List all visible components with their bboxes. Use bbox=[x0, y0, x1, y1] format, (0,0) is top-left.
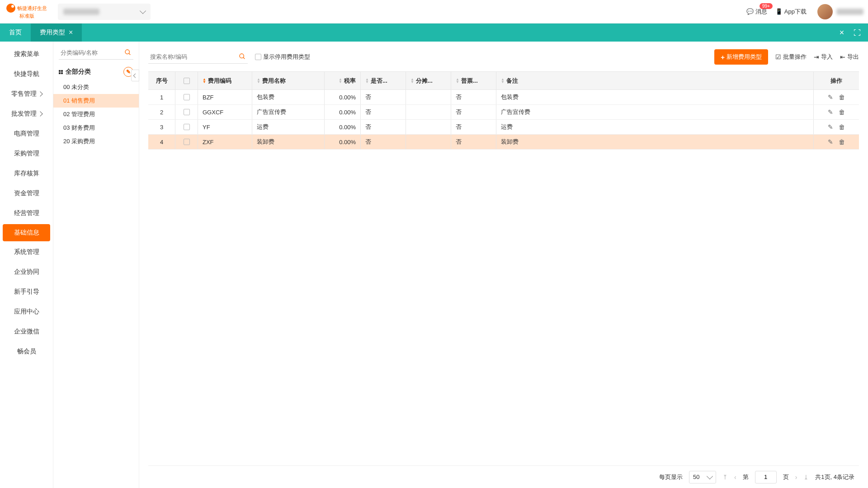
row-delete-button[interactable]: 🗑 bbox=[839, 108, 845, 116]
show-disabled-checkbox[interactable]: 显示停用费用类型 bbox=[255, 53, 310, 61]
tab-fee-type[interactable]: 费用类型 × bbox=[31, 23, 82, 42]
cell-checkbox[interactable] bbox=[175, 135, 198, 149]
toolbar: 显示停用费用类型 + 新增费用类型 ☑ 批量操作 ⇥ 导入 ⇤ 导出 bbox=[148, 48, 859, 66]
sidebar-item-label: 搜索菜单 bbox=[14, 50, 39, 58]
page-prev-button[interactable]: ‹ bbox=[734, 474, 736, 481]
sidebar-item[interactable]: 新手引导 bbox=[0, 282, 53, 302]
messages-button[interactable]: 💬 消息 99+ bbox=[746, 8, 767, 16]
per-page-select[interactable]: 50 bbox=[689, 471, 716, 483]
cell-ops: ✎🗑 bbox=[814, 90, 859, 104]
row-edit-button[interactable]: ✎ bbox=[828, 94, 833, 101]
th-share[interactable]: ▲▼是否... bbox=[361, 72, 406, 89]
sidebar-item[interactable]: 系统管理 bbox=[0, 242, 53, 262]
th-remark[interactable]: ▲▼备注 bbox=[496, 72, 814, 89]
sidebar-item[interactable]: 经营管理 bbox=[0, 203, 53, 223]
chevron-down-icon bbox=[707, 473, 713, 479]
sort-icon: ▲▼ bbox=[203, 78, 206, 84]
cell-name: 包装费 bbox=[252, 90, 325, 104]
table-row[interactable]: 3YF运费0.00%否否运费✎🗑 bbox=[148, 120, 859, 135]
tab-close-icon[interactable]: × bbox=[69, 29, 73, 36]
cell-checkbox[interactable] bbox=[175, 90, 198, 104]
org-switcher[interactable] bbox=[58, 4, 151, 20]
add-fee-type-button[interactable]: + 新增费用类型 bbox=[714, 49, 768, 65]
category-search-input[interactable] bbox=[59, 46, 133, 60]
sidebar-item[interactable]: 畅会员 bbox=[0, 342, 53, 361]
sidebar: 搜索菜单快捷导航零售管理批发管理电商管理采购管理库存核算资金管理经营管理基础信息… bbox=[0, 42, 53, 488]
table-row[interactable]: 4ZXF装卸费0.00%否否装卸费✎🗑 bbox=[148, 135, 859, 150]
cell-code: BZF bbox=[198, 90, 252, 104]
row-delete-button[interactable]: 🗑 bbox=[839, 123, 845, 131]
row-edit-button[interactable]: ✎ bbox=[828, 138, 833, 145]
app-download-button[interactable]: 📱 App下载 bbox=[775, 8, 807, 16]
sidebar-item[interactable]: 基础信息 bbox=[3, 224, 50, 241]
sidebar-item[interactable]: 零售管理 bbox=[0, 84, 53, 104]
cell-code: GGXCF bbox=[198, 105, 252, 119]
main-content: 显示停用费用类型 + 新增费用类型 ☑ 批量操作 ⇥ 导入 ⇤ 导出 序号 bbox=[139, 42, 868, 488]
page-last-button[interactable]: ⤓ bbox=[803, 474, 809, 481]
category-header[interactable]: 全部分类 ✎ bbox=[53, 64, 139, 80]
category-collapse-button[interactable] bbox=[131, 70, 139, 81]
category-item[interactable]: 01 销售费用 bbox=[53, 94, 139, 108]
export-button[interactable]: ⇤ 导出 bbox=[840, 53, 859, 61]
sidebar-item[interactable]: 库存核算 bbox=[0, 164, 53, 183]
sort-icon: ▲▼ bbox=[339, 78, 342, 84]
sidebar-item[interactable]: 快捷导航 bbox=[0, 64, 53, 84]
fullscreen-button[interactable] bbox=[851, 26, 863, 39]
row-edit-button[interactable]: ✎ bbox=[828, 108, 833, 116]
sidebar-item[interactable]: 企业微信 bbox=[0, 322, 53, 342]
page-input[interactable] bbox=[755, 471, 777, 483]
tabbar-close-button[interactable]: × bbox=[835, 26, 848, 39]
cell-share: 否 bbox=[361, 135, 406, 149]
row-delete-button[interactable]: 🗑 bbox=[839, 94, 845, 101]
row-delete-button[interactable]: 🗑 bbox=[839, 138, 845, 145]
cell-name: 广告宣传费 bbox=[252, 105, 325, 119]
import-button[interactable]: ⇥ 导入 bbox=[814, 53, 833, 61]
row-edit-button[interactable]: ✎ bbox=[828, 123, 833, 131]
sidebar-item-label: 系统管理 bbox=[14, 248, 39, 256]
tab-home[interactable]: 首页 bbox=[0, 23, 31, 42]
th-ops: 操作 bbox=[814, 72, 859, 89]
cell-code: ZXF bbox=[198, 135, 252, 149]
page-first-button[interactable]: ⤒ bbox=[722, 474, 728, 481]
sidebar-item[interactable]: 电商管理 bbox=[0, 124, 53, 144]
th-index[interactable]: 序号 bbox=[148, 72, 175, 89]
category-item[interactable]: 03 财务费用 bbox=[53, 121, 139, 135]
user-menu[interactable] bbox=[815, 4, 863, 19]
sidebar-item-label: 应用中心 bbox=[14, 308, 39, 316]
search-icon[interactable] bbox=[239, 53, 246, 61]
sidebar-item[interactable]: 应用中心 bbox=[0, 302, 53, 322]
th-code[interactable]: ▲▼费用编码 bbox=[198, 72, 252, 89]
sidebar-item[interactable]: 批发管理 bbox=[0, 104, 53, 124]
category-search bbox=[59, 46, 133, 60]
cell-checkbox[interactable] bbox=[175, 120, 198, 134]
category-header-label: 全部分类 bbox=[66, 68, 91, 76]
category-item[interactable]: 20 采购费用 bbox=[53, 135, 139, 148]
th-pt[interactable]: ▲▼普票... bbox=[451, 72, 496, 89]
search-icon[interactable] bbox=[124, 49, 132, 57]
cell-pt: 否 bbox=[451, 135, 496, 149]
th-checkbox[interactable] bbox=[175, 72, 198, 89]
sidebar-item[interactable]: 资金管理 bbox=[0, 183, 53, 203]
category-item[interactable]: 02 管理费用 bbox=[53, 108, 139, 121]
sidebar-item-label: 库存核算 bbox=[14, 169, 39, 178]
th-apportion[interactable]: ▲▼分摊... bbox=[406, 72, 451, 89]
main-search-input[interactable] bbox=[148, 50, 248, 64]
sidebar-item[interactable]: 搜索菜单 bbox=[0, 44, 53, 64]
checkbox-icon bbox=[184, 109, 190, 115]
cell-index: 1 bbox=[148, 90, 175, 104]
category-item[interactable]: 00 未分类 bbox=[53, 80, 139, 94]
cell-checkbox[interactable] bbox=[175, 105, 198, 119]
cell-apportion bbox=[406, 135, 451, 149]
import-icon: ⇥ bbox=[814, 53, 819, 61]
table-row[interactable]: 2GGXCF广告宣传费0.00%否否广告宣传费✎🗑 bbox=[148, 105, 859, 120]
batch-ops-button[interactable]: ☑ 批量操作 bbox=[775, 53, 807, 61]
page-summary: 共1页, 4条记录 bbox=[815, 473, 854, 481]
table-row[interactable]: 1BZF包装费0.00%否否包装费✎🗑 bbox=[148, 90, 859, 105]
th-rate[interactable]: ▲▼税率 bbox=[325, 72, 361, 89]
cell-pt: 否 bbox=[451, 90, 496, 104]
sidebar-item[interactable]: 采购管理 bbox=[0, 144, 53, 164]
page-next-button[interactable]: › bbox=[795, 474, 797, 481]
sort-icon: ▲▼ bbox=[257, 78, 260, 84]
th-name[interactable]: ▲▼费用名称 bbox=[252, 72, 325, 89]
sidebar-item[interactable]: 企业协同 bbox=[0, 262, 53, 282]
